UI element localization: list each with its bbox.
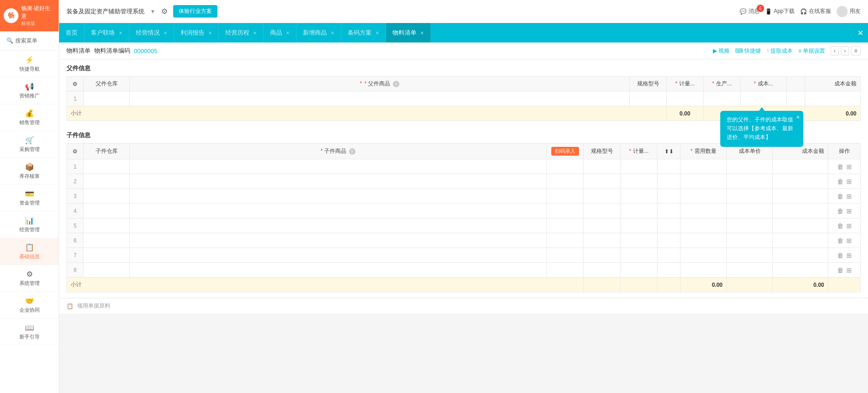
child-row-2-price[interactable] (727, 174, 773, 189)
child-row-8-scan[interactable] (547, 263, 584, 278)
delete-row-icon[interactable]: 🗑 (837, 207, 844, 215)
child-row-4-product[interactable] (130, 204, 547, 218)
tab-home[interactable]: 首页 (59, 23, 84, 42)
child-row-6-spec[interactable] (584, 233, 621, 248)
child-row-6-amount[interactable] (773, 233, 828, 248)
child-row-6-product[interactable] (130, 233, 547, 248)
extract-cost-link[interactable]: ↑ 提取成本 (766, 47, 793, 55)
child-row-4-unit[interactable] (621, 204, 657, 218)
parent-row-1-cost[interactable] (741, 91, 787, 106)
tab-profit-close[interactable]: ✕ (208, 30, 212, 36)
child-row-3-amount[interactable] (773, 189, 828, 204)
sidebar-item-system[interactable]: ⚙ 系统管理 (0, 265, 59, 292)
child-row-2-warehouse[interactable] (84, 174, 130, 189)
copy-row-icon[interactable]: ⊞ (846, 266, 852, 274)
child-row-8-price[interactable] (727, 263, 773, 278)
nav-menu-button[interactable]: ≡ (851, 46, 861, 55)
parent-row-1-spec[interactable] (630, 91, 667, 106)
message-action[interactable]: 💬 6 消息 (740, 7, 760, 15)
sidebar-item-operations[interactable]: 📊 经营管理 (0, 212, 59, 238)
delete-row-icon[interactable]: 🗑 (837, 266, 844, 274)
sidebar-item-basic-info[interactable]: 📋 基础信息 (0, 238, 59, 265)
copy-row-icon[interactable]: ⊞ (846, 207, 852, 215)
child-row-7-warehouse[interactable] (84, 248, 130, 263)
delete-row-icon[interactable]: 🗑 (837, 193, 844, 200)
sidebar-item-guide[interactable]: 📖 新手引导 (0, 319, 59, 345)
child-row-2-unit[interactable] (621, 174, 657, 189)
delete-row-icon[interactable]: 🗑 (837, 252, 844, 259)
sidebar-item-enterprise[interactable]: 🤝 企业协同 (0, 292, 59, 319)
user-action[interactable]: 用友 (837, 6, 861, 17)
system-title-dropdown-icon[interactable]: ▼ (150, 8, 156, 15)
child-row-6-price[interactable] (727, 233, 773, 248)
child-row-2-scan[interactable] (547, 174, 584, 189)
app-download-action[interactable]: 📱 App下载 (765, 7, 795, 15)
child-row-1-amount[interactable] (773, 159, 828, 174)
copy-row-icon[interactable]: ⊞ (846, 237, 852, 244)
child-row-4-amount[interactable] (773, 204, 828, 218)
parent-row-1-product[interactable] (130, 91, 630, 106)
delete-row-icon[interactable]: 🗑 (837, 237, 844, 244)
child-row-4-qty[interactable] (681, 204, 727, 218)
child-row-8-unit[interactable] (621, 263, 657, 278)
nav-prev-button[interactable]: ‹ (831, 46, 839, 55)
parent-row-1-amount[interactable] (805, 91, 861, 106)
delete-row-icon[interactable]: 🗑 (837, 163, 844, 170)
child-col-settings[interactable]: ⚙ (67, 144, 84, 159)
child-row-2-amount[interactable] (773, 174, 828, 189)
copy-row-icon[interactable]: ⊞ (846, 252, 852, 259)
child-row-6-qty[interactable] (681, 233, 727, 248)
tab-bom-close[interactable]: ✕ (420, 30, 424, 36)
delete-row-icon[interactable]: 🗑 (837, 178, 844, 185)
child-row-7-scan[interactable] (547, 248, 584, 263)
parent-row-1-batch[interactable] (704, 91, 741, 106)
child-row-8-amount[interactable] (773, 263, 828, 278)
child-row-1-warehouse[interactable] (84, 159, 130, 174)
child-row-5-warehouse[interactable] (84, 218, 130, 233)
child-row-5-unit[interactable] (621, 218, 657, 233)
sidebar-item-marketing[interactable]: 📢 营销推广 (0, 78, 59, 104)
nav-next-button[interactable]: › (841, 46, 849, 55)
child-row-5-product[interactable] (130, 218, 547, 233)
child-row-7-unit[interactable] (621, 248, 657, 263)
tab-profit[interactable]: 利润报告 ✕ (174, 23, 219, 42)
tab-customer-close[interactable]: ✕ (119, 30, 122, 36)
parent-row-1-unit[interactable] (667, 91, 704, 106)
single-settings-link[interactable]: ≡ 单据设置 (798, 47, 825, 55)
scan-input-button[interactable]: 扫码录入 (551, 147, 579, 156)
tab-bom[interactable]: 物料清单 ✕ (386, 23, 431, 42)
child-product-info-icon[interactable]: i (349, 148, 356, 155)
child-row-3-unit[interactable] (621, 189, 657, 204)
child-row-8-warehouse[interactable] (84, 263, 130, 278)
search-menu-button[interactable]: 🔍 搜索菜单 (4, 35, 55, 47)
child-row-5-qty[interactable] (681, 218, 727, 233)
parent-row-1-warehouse[interactable] (84, 91, 130, 106)
copy-row-icon[interactable]: ⊞ (846, 178, 852, 185)
child-row-1-unit[interactable] (621, 159, 657, 174)
tab-history-close[interactable]: ✕ (253, 30, 257, 36)
child-row-3-spec[interactable] (584, 189, 621, 204)
child-row-6-scan[interactable] (547, 233, 584, 248)
child-row-5-spec[interactable] (584, 218, 621, 233)
child-row-1-product[interactable] (130, 159, 547, 174)
child-row-2-spec[interactable] (584, 174, 621, 189)
sidebar-item-purchase[interactable]: 🛒 采购管理 (0, 131, 59, 158)
child-row-4-spec[interactable] (584, 204, 621, 218)
close-all-tabs-button[interactable]: ✕ (853, 29, 868, 37)
child-row-7-amount[interactable] (773, 248, 828, 263)
tab-product[interactable]: 商品 ✕ (264, 23, 296, 42)
sidebar-item-inventory[interactable]: 📦 库存核算 (0, 158, 59, 185)
child-row-1-scan[interactable] (547, 159, 584, 174)
copy-row-icon[interactable]: ⊞ (846, 193, 852, 200)
parent-product-info-icon[interactable]: i (393, 81, 399, 87)
try-industry-button[interactable]: 体验行业方案 (173, 5, 217, 18)
child-row-2-qty[interactable] (681, 174, 727, 189)
child-row-8-spec[interactable] (584, 263, 621, 278)
child-row-6-warehouse[interactable] (84, 233, 130, 248)
tab-operations-status[interactable]: 经营情况 ✕ (129, 23, 174, 42)
view-video-link[interactable]: ▶ 视频 (713, 47, 729, 55)
child-row-5-scan[interactable] (547, 218, 584, 233)
child-row-3-price[interactable] (727, 189, 773, 204)
child-row-4-price[interactable] (727, 204, 773, 218)
tab-barcode[interactable]: 条码方案 ✕ (341, 23, 386, 42)
